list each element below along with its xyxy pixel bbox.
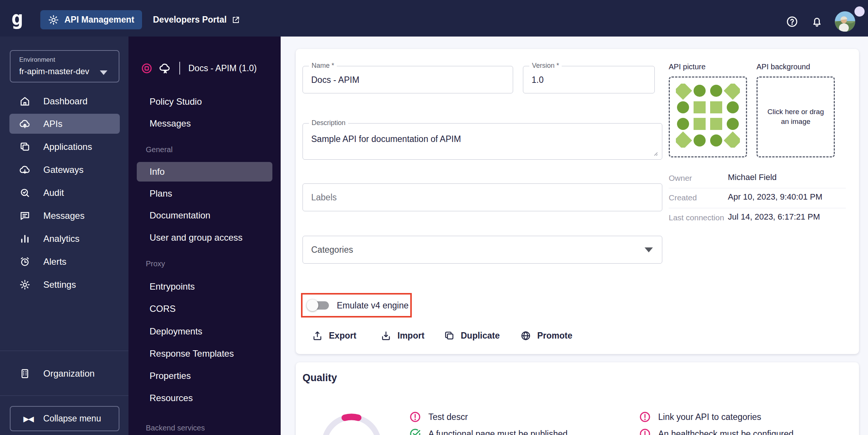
collapse-menu-label: Collapse menu xyxy=(43,414,101,424)
name-field-label: Name * xyxy=(309,62,337,70)
check-circle-icon xyxy=(409,428,421,435)
sidebar-item-label: APIs xyxy=(43,119,63,129)
duplicate-button[interactable]: Duplicate xyxy=(444,329,500,342)
sidebar-item-applications[interactable]: Applications xyxy=(9,137,120,157)
meta-row-created: Created Apr 10, 2023, 9:40:01 PM xyxy=(669,188,846,208)
quality-check-functional-page: A functional page must be published xyxy=(409,428,568,435)
emulate-v4-toggle-label: Emulate v4 engine xyxy=(337,301,409,311)
quality-check-label: A functional page must be published xyxy=(428,429,568,435)
collapse-menu-button[interactable]: ▶◀ Collapse menu xyxy=(10,406,119,431)
api-background-hint: Click here or drag an image xyxy=(764,107,828,127)
alarm-icon xyxy=(19,256,31,267)
sidebar-item-audit[interactable]: Audit xyxy=(9,183,120,203)
api-menu-item-user-group-access[interactable]: User and group access xyxy=(137,228,272,247)
api-menu-item-policy-studio[interactable]: Policy Studio xyxy=(137,92,272,111)
api-menu-item-deployments[interactable]: Deployments xyxy=(137,322,272,341)
import-button[interactable]: Import xyxy=(381,329,425,342)
api-menu-item-resources[interactable]: Resources xyxy=(137,388,272,408)
promote-button[interactable]: Promote xyxy=(520,329,572,342)
quality-check-label: Test descr xyxy=(428,412,468,422)
api-header: Docs - APIM (1.0) xyxy=(141,62,257,75)
gear-icon xyxy=(48,14,59,26)
chevron-down-icon xyxy=(100,70,107,75)
sidebar-divider xyxy=(0,395,128,396)
sidebar-item-analytics[interactable]: Analytics xyxy=(9,229,120,249)
api-management-tab[interactable]: API Management xyxy=(40,10,142,29)
api-meta-table: Owner Michael Field Created Apr 10, 2023… xyxy=(669,169,846,227)
labels-field-placeholder: Labels xyxy=(311,192,337,203)
gravitee-apim-app: g API Management Developers Portal E xyxy=(0,0,868,435)
sidebar-item-label: Settings xyxy=(43,279,76,290)
quality-check-categories: Link your API to categories xyxy=(639,411,761,423)
sidebar-item-label: Audit xyxy=(43,188,64,198)
duplicate-button-label: Duplicate xyxy=(461,331,500,341)
globe-icon xyxy=(520,330,531,341)
api-background-dropzone[interactable]: Click here or drag an image xyxy=(756,76,835,157)
export-icon xyxy=(312,330,323,341)
api-picture-dropzone[interactable] xyxy=(669,76,747,157)
api-menu-label: Plans xyxy=(150,188,172,199)
toggle-thumb xyxy=(307,299,318,311)
api-menu-item-documentation[interactable]: Documentation xyxy=(137,206,272,225)
name-field-value: Docs - APIM xyxy=(311,75,359,85)
meta-value: Jul 14, 2023, 6:17:21 PM xyxy=(728,212,820,223)
bar-chart-icon xyxy=(19,233,31,244)
emulate-v4-toggle[interactable] xyxy=(307,301,329,310)
import-button-label: Import xyxy=(397,331,425,341)
sidebar-item-organization[interactable]: Organization xyxy=(9,363,120,383)
cloud-up-icon xyxy=(19,118,31,130)
name-field[interactable]: Name * Docs - APIM xyxy=(303,66,513,93)
api-menu-item-entrypoints[interactable]: Entrypoints xyxy=(137,277,272,296)
api-menu-label: Properties xyxy=(150,371,191,381)
api-title: Docs - APIM (1.0) xyxy=(188,63,257,73)
environment-label: Environment xyxy=(19,56,55,64)
api-menu-item-messages[interactable]: Messages xyxy=(137,114,272,133)
api-menu-item-properties[interactable]: Properties xyxy=(137,366,272,386)
version-field[interactable]: Version * 1.0 xyxy=(523,66,655,93)
sidebar-item-settings[interactable]: Settings xyxy=(9,275,120,295)
user-avatar[interactable] xyxy=(835,11,855,32)
sidebar-item-label: Analytics xyxy=(43,234,79,244)
environment-selector[interactable]: Environment fr-apim-master-dev xyxy=(10,50,119,82)
api-menu-label: Deployments xyxy=(150,326,202,337)
api-menu-section-general: General xyxy=(146,145,173,154)
developers-portal-label: Developers Portal xyxy=(153,15,227,25)
api-menu-label: User and group access xyxy=(150,232,243,243)
description-field[interactable]: Description Sample API for documentation… xyxy=(303,123,662,160)
categories-select-value: Categories xyxy=(311,245,353,255)
api-menu-item-info[interactable]: Info xyxy=(137,162,272,182)
export-button[interactable]: Export xyxy=(312,329,356,342)
api-menu-item-response-templates[interactable]: Response Templates xyxy=(137,344,272,363)
cloud-down-icon xyxy=(19,164,31,176)
sidebar-item-messages[interactable]: Messages xyxy=(9,206,120,226)
home-icon xyxy=(19,96,31,107)
developers-portal-link[interactable]: Developers Portal xyxy=(153,10,240,29)
gravitee-logo[interactable]: g xyxy=(11,8,23,29)
sidebar-item-gateways[interactable]: Gateways xyxy=(9,160,120,180)
meta-value: Apr 10, 2023, 9:40:01 PM xyxy=(728,192,822,203)
warning-circle-icon xyxy=(409,411,421,423)
duplicate-icon xyxy=(444,330,455,341)
api-menu-section-backend-services: Backend services xyxy=(146,424,205,432)
api-menu-item-cors[interactable]: CORS xyxy=(137,299,272,319)
sidebar-item-dashboard[interactable]: Dashboard xyxy=(9,91,120,111)
environment-value: fr-apim-master-dev xyxy=(19,67,89,76)
sidebar-item-alerts[interactable]: Alerts xyxy=(9,252,120,272)
version-field-label: Version * xyxy=(529,62,562,70)
meta-row-last-connection: Last connection Jul 14, 2023, 6:17:21 PM xyxy=(669,208,846,227)
sidebar-item-apis[interactable]: APIs xyxy=(9,114,120,134)
labels-field[interactable]: Labels xyxy=(303,183,662,211)
api-picture-label: API picture xyxy=(669,63,706,71)
notifications-bell-icon[interactable] xyxy=(811,15,823,28)
api-background-label: API background xyxy=(756,63,810,71)
sidebar-item-label: Applications xyxy=(43,142,92,152)
sidebar-divider xyxy=(0,351,128,351)
promote-button-label: Promote xyxy=(537,331,572,341)
help-icon[interactable] xyxy=(786,15,798,28)
resize-handle-icon[interactable] xyxy=(652,150,658,156)
quality-check-label: Link your API to categories xyxy=(658,412,761,422)
api-menu-item-plans[interactable]: Plans xyxy=(137,184,272,203)
sidebar-item-label: Gateways xyxy=(43,165,84,175)
categories-select[interactable]: Categories xyxy=(303,236,662,264)
description-field-label: Description xyxy=(309,119,348,127)
